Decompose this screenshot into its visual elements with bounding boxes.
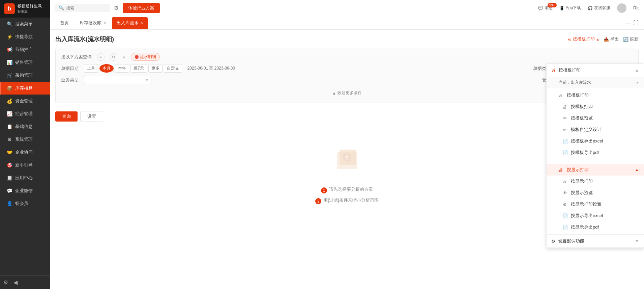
footer-arrow-icon: ▼ xyxy=(635,239,639,243)
date-btn-更多[interactable]: 更多 xyxy=(148,64,163,73)
dropdown-section-display-print[interactable]: 🖨按显示打印▲ xyxy=(547,164,644,176)
sidebar-item-guide[interactable]: 🎯新手引导 xyxy=(0,159,50,172)
tab-label-home: 首页 xyxy=(60,20,69,26)
dropdown-item-template-pdf[interactable]: 📄按模板导出pdf xyxy=(547,147,644,158)
date-btn-本年[interactable]: 本年 xyxy=(115,64,129,73)
date-btn-近7天[interactable]: 近7天 xyxy=(130,64,147,73)
tab-flow[interactable]: 出入库流水× xyxy=(112,17,148,29)
sidebar-item-member[interactable]: 👤畅会员 xyxy=(0,197,50,210)
inventory-icon: 📦 xyxy=(6,85,12,91)
dropdown-footer[interactable]: ⚙ 设置默认功能 ▼ xyxy=(547,234,644,247)
sidebar-item-marketing[interactable]: 📢营销推广 xyxy=(0,43,50,56)
tab-close-flow[interactable]: × xyxy=(141,21,143,25)
dropdown-item-template-print-item[interactable]: 🖨按模板打印 xyxy=(547,101,644,112)
filter-add-button[interactable]: + xyxy=(97,53,105,61)
refresh-action[interactable]: 🔄 刷新 xyxy=(623,36,639,42)
section-active-arrow: ▲ xyxy=(635,167,639,172)
item-label-display-print-item: 按显示打印 xyxy=(571,178,593,184)
export-action[interactable]: 📤 导出 xyxy=(604,36,619,42)
tab-close-batch[interactable]: × xyxy=(104,21,106,25)
display-print-item-icon: 🖨 xyxy=(563,179,568,184)
message-item[interactable]: 💬 消息 99+ xyxy=(538,5,553,11)
settings-button[interactable]: 设置 xyxy=(80,111,103,122)
dropdown-header[interactable]: 🖨 按模板打印 ▲ xyxy=(547,64,644,77)
user-avatar[interactable] xyxy=(617,3,626,13)
query-button[interactable]: 查询 xyxy=(55,111,78,122)
dropdown-item-display-preview[interactable]: 👁按显示预览 xyxy=(547,187,644,199)
logo-subtitle: 标准版 xyxy=(18,9,42,14)
finance-icon: 💰 xyxy=(6,98,12,104)
filter-detail-tag[interactable]: 🔴 流水明细 xyxy=(131,53,160,61)
collapse-icon[interactable]: ◀ xyxy=(13,279,18,286)
page-title: 出入库流水(流水明细) xyxy=(55,35,114,43)
sidebar-item-purchase[interactable]: 🛒采购管理 xyxy=(0,69,50,82)
dropdown-item-display-pdf[interactable]: 📄按显示导出pdf xyxy=(547,221,644,233)
date-label: 单据日期 xyxy=(61,65,79,72)
sidebar-item-finance[interactable]: 💰资金管理 xyxy=(0,95,50,107)
logo-area: b 畅捷通好生意 标准版 xyxy=(0,0,50,18)
sidebar-item-basic[interactable]: 📋基础信息 xyxy=(0,120,50,133)
date-btn-本月[interactable]: 本月 xyxy=(99,64,114,73)
tab-home[interactable]: 首页 xyxy=(55,17,74,29)
display-settings-icon: ⚙ xyxy=(563,202,568,207)
sidebar-item-system[interactable]: ⚙系统管理 xyxy=(0,133,50,146)
dropdown-item-display-print-item[interactable]: 🖨按显示打印 xyxy=(547,176,644,187)
item-label-template-preview: 按模板预览 xyxy=(571,115,593,121)
sidebar-label-search: 搜索菜单 xyxy=(15,21,33,27)
sidebar-item-search[interactable]: 🔍搜索菜单 xyxy=(0,18,50,30)
sales-icon: 📊 xyxy=(6,60,12,65)
settings-icon[interactable]: ⚙ xyxy=(3,279,8,286)
search-input[interactable] xyxy=(66,6,107,10)
sidebar-item-operation[interactable]: 📈经营管理 xyxy=(0,107,50,120)
template-excel-icon: 📄 xyxy=(563,139,568,144)
sidebar-item-collab[interactable]: 🤝企业协同 xyxy=(0,146,50,159)
date-btn-上月[interactable]: 上月 xyxy=(84,64,98,73)
dropdown-item-template-excel[interactable]: 📄按模板导出excel xyxy=(547,135,644,147)
sidebar-item-apps[interactable]: 🔲应用中心 xyxy=(0,172,50,184)
logo-title: 畅捷通好生意 xyxy=(18,4,42,9)
dropdown-section-template-print[interactable]: 🖨按模板打印 xyxy=(547,89,644,101)
empty-hint-1-text: 请先选择要分析的方案 xyxy=(329,186,373,192)
gear-icon[interactable]: ⚙ xyxy=(114,5,119,11)
sidebar-label-marketing: 营销推广 xyxy=(15,47,33,53)
sidebar-item-inventory[interactable]: 📦库存核算 xyxy=(0,82,50,95)
item-label-display-excel: 按显示导出excel xyxy=(571,213,603,219)
filter-collapse-left[interactable]: « xyxy=(123,54,125,60)
message-icon: 💬 xyxy=(538,6,543,10)
sidebar-nav: 🔍搜索菜单⚡快捷导航📢营销推广📊销售管理🛒采购管理📦库存核算💰资金管理📈经营管理… xyxy=(0,18,50,275)
dropdown-item-display-excel[interactable]: 📄按显示导出excel xyxy=(547,210,644,221)
sidebar-label-sales: 销售管理 xyxy=(15,59,33,65)
dropdown-item-template-preview[interactable]: 👁按模板预览 xyxy=(547,112,644,124)
sidebar-label-purchase: 采购管理 xyxy=(15,72,33,78)
dropdown-current-arrow-icon: ▼ xyxy=(636,81,639,84)
filter-config-button[interactable]: ⚙ xyxy=(110,53,117,61)
sidebar-label-operation: 经营管理 xyxy=(15,111,33,117)
minimize-icon[interactable]: — xyxy=(625,20,631,26)
expand-icon[interactable]: ⛶ xyxy=(633,20,639,26)
date-btn-group: 上月本月本年近7天更多自定义 xyxy=(84,64,182,73)
printer-header-icon: 🖨 xyxy=(551,68,556,73)
dropdown-current[interactable]: 当前：出入库流水 ▼ xyxy=(547,77,644,88)
dropdown-footer-label: ⚙ 设置默认功能 xyxy=(551,238,584,244)
sidebar-item-sales[interactable]: 📊销售管理 xyxy=(0,56,50,69)
tab-batch[interactable]: 库存批次账× xyxy=(75,17,111,29)
sidebar-item-wechat[interactable]: 💬企业微信 xyxy=(0,184,50,197)
biz-select[interactable] xyxy=(84,76,151,84)
online-service-label: 在线客服 xyxy=(594,5,610,11)
sidebar-label-finance: 资金管理 xyxy=(15,98,33,104)
print-action[interactable]: 🖨 按模板打印 ▲ xyxy=(567,36,599,42)
online-service-item[interactable]: 🎧 在线客服 xyxy=(588,5,610,11)
date-btn-自定义[interactable]: 自定义 xyxy=(164,64,182,73)
item-label-display-pdf: 按显示导出pdf xyxy=(571,224,599,230)
item-label-template-pdf: 按模板导出pdf xyxy=(571,150,599,156)
sidebar-label-system: 系统管理 xyxy=(15,136,33,142)
dropdown-item-display-settings[interactable]: ⚙按显示打印设置 xyxy=(547,199,644,210)
search-bar[interactable]: 🔍 xyxy=(55,4,110,12)
dropdown-item-template-custom[interactable]: ✏模板自定义设计 xyxy=(547,124,644,135)
trial-button[interactable]: 体验行业方案 xyxy=(123,3,160,13)
app-download-item[interactable]: 📱 App下载 xyxy=(559,5,581,11)
filter-section-label: 按以下方案查询 xyxy=(61,54,92,60)
sidebar-item-quicknav[interactable]: ⚡快捷导航 xyxy=(0,30,50,43)
template-print-item-icon: 🖨 xyxy=(563,104,568,109)
footer-label: 设置默认功能 xyxy=(558,238,584,244)
